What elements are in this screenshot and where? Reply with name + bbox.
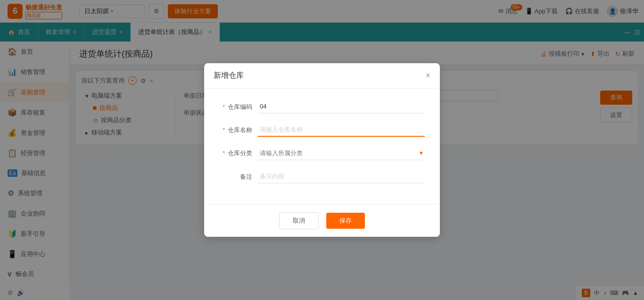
category-input[interactable] [260,150,420,157]
add-warehouse-modal: 新增仓库 × * 仓库编码 * 仓库名称 [204,63,440,237]
warehouse-code-input[interactable] [258,100,425,114]
save-button[interactable]: 保存 [326,213,365,229]
name-label: * 仓库名称 [219,126,252,134]
warehouse-category-row: * 仓库分类 ▾ [219,146,425,160]
modal-body: * 仓库编码 * 仓库名称 * 仓库分类 [204,89,440,204]
cancel-button[interactable]: 取消 [279,212,319,229]
remark-input[interactable] [258,170,425,183]
modal-footer: 取消 保存 [204,204,440,237]
modal-header: 新增仓库 × [204,63,440,89]
warehouse-code-row: * 仓库编码 [219,100,425,114]
modal-close-button[interactable]: × [425,71,430,81]
category-label: * 仓库分类 [219,149,252,158]
modal-overlay: 新增仓库 × * 仓库编码 * 仓库名称 [0,0,644,300]
code-label: * 仓库编码 [219,103,252,111]
remark-row: 备注 [219,170,425,183]
remark-label: 备注 [219,173,252,181]
category-dropdown-arrow: ▾ [420,149,423,157]
warehouse-category-select[interactable]: ▾ [258,146,425,160]
modal-title: 新增仓库 [214,71,244,81]
warehouse-name-row: * 仓库名称 [219,123,425,137]
warehouse-name-input[interactable] [258,123,425,137]
